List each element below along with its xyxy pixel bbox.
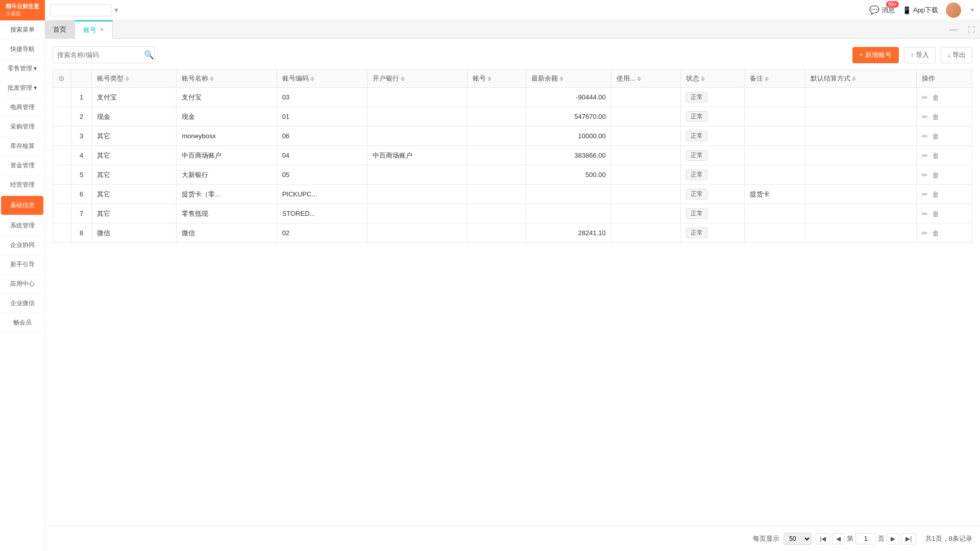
col-account-name[interactable]: 账号名称 bbox=[177, 70, 277, 88]
tab-account[interactable]: 账号 ✕ bbox=[75, 20, 113, 39]
edit-icon[interactable]: ✏ bbox=[922, 190, 928, 198]
search-wrap: 🔍 bbox=[53, 46, 155, 63]
row-action: ✏ 🗑 bbox=[916, 127, 972, 146]
row-settings bbox=[53, 107, 71, 127]
page-input[interactable] bbox=[855, 533, 876, 544]
row-index: 3 bbox=[71, 127, 92, 146]
row-index: 6 bbox=[71, 185, 92, 204]
total-info: 共1页，8条记录 bbox=[925, 534, 972, 543]
sidebar-item-newbie-guide[interactable]: 新手引导 bbox=[0, 255, 44, 274]
message-icon: 💬 bbox=[869, 5, 879, 15]
delete-icon[interactable]: 🗑 bbox=[932, 93, 939, 102]
next-page-button[interactable]: ▶ bbox=[887, 533, 899, 544]
tab-controls: — ⛶ bbox=[944, 25, 980, 34]
app-download-button[interactable]: 📱 App下载 bbox=[902, 6, 938, 15]
row-action: ✏ 🗑 bbox=[916, 185, 972, 204]
col-usage[interactable]: 使用... bbox=[611, 70, 680, 88]
sidebar-item-ops-mgmt[interactable]: 经营管理 bbox=[0, 176, 44, 195]
row-action: ✏ 🗑 bbox=[916, 223, 972, 243]
row-account-code: 03 bbox=[277, 88, 368, 107]
edit-icon[interactable]: ✏ bbox=[922, 113, 928, 121]
row-default-settlement bbox=[805, 146, 916, 165]
row-settings bbox=[53, 88, 71, 107]
first-page-button[interactable]: |◀ bbox=[816, 533, 830, 544]
table-row: 4 其它 中百商场账户 04 中百商场账户 383866.00 正常 ✏ 🗑 bbox=[53, 146, 972, 165]
import-button[interactable]: ↑ 导入 bbox=[904, 47, 936, 63]
delete-icon[interactable]: 🗑 bbox=[932, 113, 939, 121]
row-account-code: 01 bbox=[277, 107, 368, 127]
edit-icon[interactable]: ✏ bbox=[922, 93, 928, 102]
sidebar-item-ecom-mgmt[interactable]: 电商管理 bbox=[0, 98, 44, 117]
header-search-input[interactable] bbox=[50, 4, 111, 16]
col-account-no[interactable]: 账号 bbox=[468, 70, 526, 88]
minimize-icon[interactable]: — bbox=[944, 25, 963, 34]
sidebar-item-retail-mgmt[interactable]: 零售管理 ▾ bbox=[0, 59, 44, 79]
table-row: 6 其它 提货卡（零... PICKUPC... 正常 提货卡 ✏ 🗑 bbox=[53, 185, 972, 204]
row-account-name: moneybosx bbox=[177, 127, 277, 146]
header: 精斗云财生意 乐雁版 ▼ 💬 消息 99+ 📱 App下载 ▼ bbox=[0, 0, 980, 20]
user-avatar[interactable] bbox=[946, 3, 961, 18]
sidebar-item-inventory[interactable]: 库存核算 bbox=[0, 137, 44, 156]
sidebar-item-enterprise-agreement[interactable]: 企业协同 bbox=[0, 236, 44, 255]
column-settings-icon[interactable]: ⚙ bbox=[58, 74, 65, 83]
col-account-type[interactable]: 账号类型 bbox=[92, 70, 177, 88]
sidebar-item-enterprise-wechat[interactable]: 企业微信 bbox=[0, 294, 44, 313]
delete-icon[interactable]: 🗑 bbox=[932, 152, 939, 160]
last-page-button[interactable]: ▶| bbox=[901, 533, 916, 544]
edit-icon[interactable]: ✏ bbox=[922, 152, 928, 160]
row-default-settlement bbox=[805, 107, 916, 127]
col-bank[interactable]: 开户银行 bbox=[368, 70, 468, 88]
delete-icon[interactable]: 🗑 bbox=[932, 132, 939, 140]
search-icon[interactable]: 🔍 bbox=[140, 47, 155, 63]
search-input[interactable] bbox=[53, 48, 140, 62]
col-action: 操作 bbox=[916, 70, 972, 88]
delete-icon[interactable]: 🗑 bbox=[932, 229, 939, 237]
row-action: ✏ 🗑 bbox=[916, 165, 972, 185]
col-status[interactable]: 状态 bbox=[681, 70, 745, 88]
row-account-type: 微信 bbox=[92, 223, 177, 243]
col-account-code[interactable]: 账号编码 bbox=[277, 70, 368, 88]
sidebar-item-quick-nav[interactable]: 快捷导航 bbox=[0, 40, 44, 59]
user-dropdown-arrow[interactable]: ▼ bbox=[970, 7, 975, 13]
tab-home-label: 首页 bbox=[53, 25, 66, 34]
row-bank bbox=[368, 165, 468, 185]
row-account-name: 现金 bbox=[177, 107, 277, 127]
edit-icon[interactable]: ✏ bbox=[922, 171, 928, 179]
row-account-type: 其它 bbox=[92, 165, 177, 185]
sidebar-item-sys-mgmt[interactable]: 系统管理 bbox=[0, 216, 44, 236]
row-remark bbox=[745, 165, 805, 185]
col-balance[interactable]: 最新余额 bbox=[526, 70, 611, 88]
sidebar-item-finance-mgmt[interactable]: 资金管理 bbox=[0, 156, 44, 176]
sidebar-item-purchase-mgmt[interactable]: 采购管理 bbox=[0, 117, 44, 137]
tab-account-close[interactable]: ✕ bbox=[100, 27, 104, 33]
message-badge: 99+ bbox=[886, 1, 899, 8]
sidebar-item-basic-info[interactable]: 基础信息 bbox=[1, 196, 43, 215]
sidebar-item-app-center[interactable]: 应用中心 bbox=[0, 274, 44, 294]
tab-home[interactable]: 首页 bbox=[45, 20, 75, 39]
sidebar-item-wholesale-mgmt[interactable]: 批发管理 ▾ bbox=[0, 79, 44, 98]
add-account-button[interactable]: + 新增账号 bbox=[852, 47, 899, 63]
col-default-settlement[interactable]: 默认结算方式 bbox=[805, 70, 916, 88]
prev-page-button[interactable]: ◀ bbox=[832, 533, 845, 544]
col-remark[interactable]: 备注 bbox=[745, 70, 805, 88]
message-button[interactable]: 💬 消息 99+ bbox=[869, 5, 895, 15]
delete-icon[interactable]: 🗑 bbox=[932, 210, 939, 218]
delete-icon[interactable]: 🗑 bbox=[932, 190, 939, 198]
page-of-label: 页 bbox=[878, 534, 885, 543]
row-status: 正常 bbox=[681, 88, 745, 107]
sidebar-item-search-order[interactable]: 搜索菜单 bbox=[0, 20, 44, 40]
per-page-select[interactable]: 50 100 bbox=[783, 533, 812, 545]
edit-icon[interactable]: ✏ bbox=[922, 210, 928, 218]
sidebar-item-member[interactable]: 畅会员 bbox=[0, 313, 44, 333]
edit-icon[interactable]: ✏ bbox=[922, 132, 928, 140]
row-default-settlement bbox=[805, 204, 916, 223]
export-button[interactable]: ↓ 导出 bbox=[941, 47, 972, 63]
maximize-icon[interactable]: ⛶ bbox=[963, 26, 980, 34]
row-account-type: 支付宝 bbox=[92, 88, 177, 107]
row-usage bbox=[611, 127, 680, 146]
edit-icon[interactable]: ✏ bbox=[922, 229, 928, 237]
row-usage bbox=[611, 107, 680, 127]
delete-icon[interactable]: 🗑 bbox=[932, 171, 939, 179]
header-dropdown-arrow[interactable]: ▼ bbox=[113, 7, 119, 14]
table-row: 8 微信 微信 02 28241.10 正常 ✏ 🗑 bbox=[53, 223, 972, 243]
